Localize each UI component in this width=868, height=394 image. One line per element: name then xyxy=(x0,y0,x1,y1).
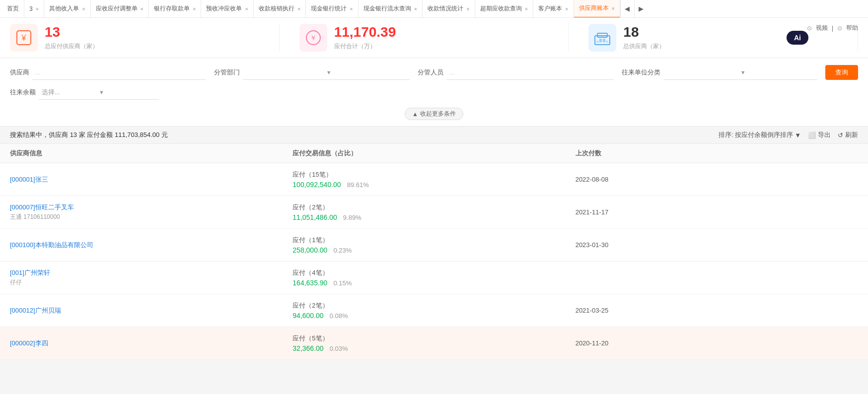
nav-tab-adjustment-close[interactable]: × xyxy=(141,6,144,12)
payable-total-label: 应付合计（万） xyxy=(334,42,396,51)
col-header-supplier: 供应商信息 xyxy=(10,149,292,158)
nav-tab-overdue-close[interactable]: × xyxy=(525,6,528,12)
nav-tab-other-income-close[interactable]: × xyxy=(82,6,85,12)
nav-tab-cash-stats-label: 现金银行统计 xyxy=(311,4,347,13)
trans-amount-4: 94,600.00 xyxy=(292,312,323,320)
refresh-button[interactable]: ↺ 刷新 xyxy=(838,131,858,139)
nav-tab-supplier-ledger[interactable]: 供应商账本 × xyxy=(574,0,620,18)
last-pay-5: 2020-11-20 xyxy=(576,339,858,347)
nav-tab-collection-stats-close[interactable]: × xyxy=(466,6,469,12)
trans-label-1: 应付（2笔） xyxy=(292,203,575,212)
filter-row-1: 供应商 分管部门 ▼ 分管人员 往来单位分类 ▼ xyxy=(10,65,858,80)
top-navigation: 首页 3 × 其他收入单 × 应收应付调整单 × 银行存取款单 × 预收冲应收单… xyxy=(0,0,868,18)
filter-bar: 供应商 分管部门 ▼ 分管人员 往来单位分类 ▼ xyxy=(0,58,868,127)
nav-tab-customer-ledger-close[interactable]: × xyxy=(565,6,568,12)
supplier-filter-input[interactable] xyxy=(32,65,206,80)
nav-tab-adjustment-label: 应收应付调整单 xyxy=(96,4,138,13)
nav-tab-supplier-ledger-close[interactable]: × xyxy=(612,5,615,11)
balance-filter-label: 往来余额 xyxy=(10,88,36,97)
category-filter-select[interactable]: ▼ xyxy=(663,65,818,80)
result-amount: 111,703,854.00 xyxy=(115,131,159,138)
trans-pct-0: 89.61% xyxy=(347,181,369,189)
nav-tab-cash-flow-close[interactable]: × xyxy=(414,6,417,12)
col-header-trans: 应付交易信息（占比） xyxy=(292,149,575,158)
nav-tab-other-income[interactable]: 其他收入单 × xyxy=(44,0,90,18)
supplier-sub-1: 王通 17106110000 xyxy=(10,213,292,221)
result-suffix: 元 xyxy=(161,131,168,138)
table-row: [001]广州荣轩 仔仔 应付（4笔） 164,635.90 0.15% xyxy=(0,262,868,294)
balance-filter-select[interactable]: 选择... ▼ xyxy=(39,85,159,100)
nav-tab-prepay-close[interactable]: × xyxy=(245,6,248,12)
supplier-link-3[interactable]: [001]广州荣轩 xyxy=(10,269,50,276)
supplier-info-5: [000002]李四 xyxy=(10,339,292,348)
supplier-info-4: [000012]广州贝瑞 xyxy=(10,306,292,315)
nav-tab-collection-stats[interactable]: 收款情况统计 × xyxy=(423,0,475,18)
person-filter-input[interactable] xyxy=(446,65,614,80)
refresh-icon: ↺ xyxy=(838,131,843,139)
trans-pct-2: 0.23% xyxy=(333,247,352,254)
help-link[interactable]: 帮助 xyxy=(846,24,858,32)
filter-item-balance: 往来余额 选择... ▼ xyxy=(10,85,159,100)
filter-item-person: 分管人员 xyxy=(418,65,614,80)
nav-tab-verify-close[interactable]: × xyxy=(297,6,300,12)
nav-tab-supplier-ledger-label: 供应商账本 xyxy=(579,4,609,12)
table-row: [000007]恒旺二手叉车 王通 17106110000 应付（2笔） 11,… xyxy=(0,196,868,229)
nav-tab-bank-close[interactable]: × xyxy=(193,6,196,12)
payable-suppliers-label: 总应付供应商（家） xyxy=(45,42,98,51)
trans-amount-5: 32,366.00 xyxy=(292,344,323,352)
query-button[interactable]: 查询 xyxy=(825,65,858,80)
nav-tab-cash-flow[interactable]: 现金银行流水查询 × xyxy=(359,0,423,18)
sort-button[interactable]: 排序: 按应付余额倒序排序 ▼ xyxy=(719,131,801,139)
nav-tab-cash-stats[interactable]: 现金银行统计 × xyxy=(306,0,358,18)
collapse-button[interactable]: ▲ 收起更多条件 xyxy=(405,108,463,120)
nav-tab-3[interactable]: 3 × xyxy=(24,0,44,18)
filter-row-2: 往来余额 选择... ▼ xyxy=(10,85,159,100)
stats-bar: ¥ 13 总应付供应商（家） ￥ 11,170.39 应付合计（万） xyxy=(0,18,868,58)
nav-tab-prepay[interactable]: 预收冲应收单 × xyxy=(201,0,253,18)
svg-rect-7 xyxy=(603,39,605,42)
stat-info-payable-suppliers: 13 总应付供应商（家） xyxy=(45,25,98,51)
stat-card-payable-total: ￥ 11,170.39 应付合计（万） xyxy=(299,24,569,52)
nav-tab-overdue[interactable]: 超期应收款查询 × xyxy=(475,0,533,18)
supplier-link-1[interactable]: [000007]恒旺二手叉车 xyxy=(10,203,74,211)
trans-row-2: 258,000.00 0.23% xyxy=(292,246,575,254)
trans-amount-2: 258,000.00 xyxy=(292,246,327,254)
last-pay-date-4: 2021-03-25 xyxy=(576,307,609,314)
nav-tab-3-close[interactable]: × xyxy=(36,6,39,12)
supplier-info-2: [000100]本特勤油品有限公司 xyxy=(10,241,292,250)
payable-total-number: 11,170.39 xyxy=(334,25,396,40)
trans-row-1: 11,051,486.00 9.89% xyxy=(292,213,575,221)
export-icon: ⬜ xyxy=(808,131,816,139)
dept-filter-select[interactable]: ▼ xyxy=(243,65,410,80)
nav-tab-prepay-label: 预收冲应收单 xyxy=(206,4,242,13)
supplier-link-0[interactable]: [000001]张三 xyxy=(10,176,48,183)
trans-info-2: 应付（1笔） 258,000.00 0.23% xyxy=(292,236,575,254)
nav-left-arrow[interactable]: ◀ xyxy=(620,0,634,18)
supplier-table: 供应商信息 应付交易信息（占比） 上次付数 [000001]张三 应付（15笔）… xyxy=(0,144,868,360)
nav-right-arrow[interactable]: ▶ xyxy=(634,0,648,18)
last-pay-2: 2023-01-30 xyxy=(576,241,858,249)
ai-button[interactable]: Ai xyxy=(787,31,808,45)
video-link[interactable]: 视频 xyxy=(816,24,828,32)
last-pay-date-5: 2020-11-20 xyxy=(576,339,609,347)
sort-label: 排序: 按应付余额倒序排序 xyxy=(719,131,793,139)
payable-suppliers-icon: ¥ xyxy=(10,24,38,52)
help-icon: ⊙ xyxy=(837,25,842,32)
nav-tab-cash-stats-close[interactable]: × xyxy=(350,6,353,12)
nav-tab-3-label: 3 xyxy=(29,5,33,12)
trans-info-4: 应付（2笔） 94,600.00 0.08% xyxy=(292,301,575,320)
trans-label-3: 应付（4笔） xyxy=(292,268,575,277)
nav-tab-home[interactable]: 首页 xyxy=(2,0,24,18)
svg-rect-8 xyxy=(596,41,599,43)
nav-tab-customer-ledger[interactable]: 客户账本 × xyxy=(533,0,574,18)
supplier-link-4[interactable]: [000012]广州贝瑞 xyxy=(10,307,61,314)
trans-amount-0: 100,092,540.00 xyxy=(292,181,341,189)
supplier-link-5[interactable]: [000002]李四 xyxy=(10,339,48,347)
nav-tab-verify[interactable]: 收款核销执行 × xyxy=(254,0,306,18)
trans-label-4: 应付（2笔） xyxy=(292,301,575,310)
supplier-link-2[interactable]: [000100]本特勤油品有限公司 xyxy=(10,241,93,249)
nav-tab-bank[interactable]: 银行存取款单 × xyxy=(149,0,201,18)
nav-tab-adjustment[interactable]: 应收应付调整单 × xyxy=(91,0,149,18)
stat-info-total-suppliers: 18 总供应商（家） xyxy=(623,25,665,51)
export-button[interactable]: ⬜ 导出 xyxy=(808,131,831,139)
